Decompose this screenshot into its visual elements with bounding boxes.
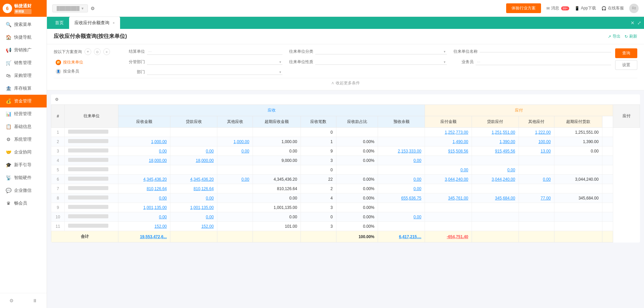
managed-dept-dropdown[interactable]: ▾ <box>279 60 281 64</box>
notification-btn[interactable]: ✉ 消息 99+ <box>546 5 569 11</box>
table-cell <box>602 165 613 175</box>
table-cell[interactable]: 915,508.56 <box>425 146 472 156</box>
table-cell[interactable]: 0.00 <box>378 212 425 222</box>
table-cell[interactable]: 0.00 <box>170 146 217 156</box>
tab-ar-query[interactable]: 应收应付余额查询 × <box>69 17 120 29</box>
table-cell[interactable]: 0.00 <box>118 146 170 156</box>
table-cell: 101.00 <box>253 222 301 231</box>
table-cell[interactable]: 3,044,240.00 <box>472 175 519 184</box>
table-cell[interactable]: 1,000.00 <box>118 137 170 146</box>
refresh-button[interactable]: ↻ 刷新 <box>625 34 637 39</box>
query-button[interactable]: 查询 <box>615 48 637 58</box>
query-scheme-edit-btn[interactable]: ⊙ <box>94 48 101 55</box>
sidebar-item-enterprise[interactable]: 🤝 企业协同 <box>0 146 47 159</box>
sidebar-item-inventory[interactable]: 🏦 库存核算 <box>0 82 47 95</box>
table-cell[interactable]: 1,251,551.00 <box>472 128 519 137</box>
sidebar-settings-btn[interactable]: ⚙ <box>7 297 16 305</box>
sidebar-item-guide[interactable]: 🎓 新手引导 <box>0 159 47 171</box>
table-cell[interactable]: 0.00 <box>378 175 425 184</box>
table-cell[interactable]: 3,044,240.00 <box>425 175 472 184</box>
table-section: ⚙ # 往来单位 应收 应付 应付 <box>51 94 640 243</box>
table-cell[interactable]: 77.00 <box>519 193 554 203</box>
topbar-left: ████████ ▾ ⚙ <box>52 4 502 12</box>
sidebar-item-basic-info[interactable]: 📋 基础信息 <box>0 120 47 133</box>
sidebar-item-wechat[interactable]: 💬 企业微信 <box>0 184 47 197</box>
sidebar-item-marketing[interactable]: 📢 营销推广 <box>0 44 47 56</box>
app-download-btn[interactable]: 📱 App下载 <box>575 5 596 11</box>
sidebar-item-operations[interactable]: 📊 经营管理 <box>0 107 47 120</box>
user-avatar[interactable]: Rit <box>629 4 639 13</box>
table-cell: 7 <box>51 184 65 193</box>
table-cell: 5 <box>51 165 65 175</box>
partner-nature-dropdown[interactable]: ▾ <box>444 60 445 64</box>
table-cell[interactable]: 0.00 <box>118 212 170 222</box>
table-cell[interactable]: 810,126.64 <box>118 184 170 193</box>
collapse-btn[interactable]: ∧ 收起更多条件 <box>331 81 360 85</box>
tab-expand-btn[interactable]: ⤢ <box>637 20 641 26</box>
topbar-settings-icon[interactable]: ⚙ <box>91 6 95 11</box>
table-cell[interactable]: 0.00 <box>170 193 217 203</box>
table-cell[interactable]: 810,126.64 <box>170 184 217 193</box>
table-row: 21,000.001,000.001,000.0010.00%1,490.001… <box>51 137 640 146</box>
industry-plan-button[interactable]: 体验行业方案 <box>506 3 541 13</box>
table-cell[interactable]: 100.00 <box>519 137 554 146</box>
table-cell[interactable]: 4,345,436.20 <box>170 175 217 184</box>
table-cell[interactable]: 1,001,135.00 <box>118 203 170 212</box>
refresh-label: 刷新 <box>629 34 637 39</box>
table-cell: 0.00% <box>336 184 378 193</box>
sidebar-item-quick-nav[interactable]: 🏠 快捷导航 <box>0 31 47 44</box>
sidebar-item-sales[interactable]: 🛒 销售管理 <box>0 56 47 69</box>
table-cell[interactable]: 0.00 <box>118 193 170 203</box>
table-cell[interactable]: 1,000.00 <box>217 137 253 146</box>
table-cell[interactable]: 1,222.00 <box>519 128 554 137</box>
table-cell[interactable]: 915,495.56 <box>472 146 519 156</box>
table-cell[interactable]: 4,345,436.20 <box>118 175 170 184</box>
table-cell[interactable]: 1,252,773.00 <box>425 128 472 137</box>
table-cell[interactable]: 345,684.00 <box>472 193 519 203</box>
query-method-by-unit[interactable]: 🔁 按往来单位 <box>54 58 121 66</box>
table-cell[interactable]: 0.00 <box>217 175 253 184</box>
breadcrumb-dropdown[interactable]: ▾ <box>82 6 84 11</box>
sidebar-item-system[interactable]: ⚙ 系统管理 <box>0 133 47 146</box>
page-content: 应收应付余额查询(按往来单位) ↗ 导出 ↻ 刷新 <box>47 29 644 308</box>
sidebar-item-purchase[interactable]: 🛍 采购管理 <box>0 69 47 82</box>
table-cell[interactable]: 1,001,135.00 <box>170 203 217 212</box>
sidebar-collapse-btn[interactable]: ⏸ <box>30 297 40 305</box>
dept-dropdown[interactable]: ▾ <box>279 70 281 74</box>
table-gear-icon[interactable]: ⚙ <box>55 97 59 102</box>
tab-close-all-btn[interactable]: ✕ <box>631 20 635 26</box>
table-cell[interactable]: 18,000.00 <box>118 156 170 165</box>
table-cell[interactable]: 0.00 <box>472 165 519 175</box>
table-cell[interactable]: 13.00 <box>519 146 554 156</box>
table-cell[interactable]: 1,390.00 <box>472 137 519 146</box>
table-cell[interactable]: 152.00 <box>118 222 170 231</box>
query-scheme-collapse-btn[interactable]: « <box>103 48 110 55</box>
table-cell[interactable]: 0.00 <box>170 212 217 222</box>
table-cell[interactable]: 0.00 <box>378 184 425 193</box>
query-add-scheme-btn[interactable]: + <box>85 48 91 55</box>
online-service-btn[interactable]: 🎧 在线客服 <box>601 5 624 11</box>
sidebar-item-finance[interactable]: 💰 资金管理 <box>0 95 47 107</box>
sidebar-item-member[interactable]: ♛ 畅会员 <box>0 197 47 210</box>
table-cell[interactable]: 0.00 <box>425 165 472 175</box>
table-cell[interactable]: 18,000.00 <box>170 156 217 165</box>
table-cell[interactable]: 345,761.00 <box>425 193 472 203</box>
export-button[interactable]: ↗ 导出 <box>608 34 621 39</box>
table-cell[interactable]: 2,153,333.00 <box>378 146 425 156</box>
table-cell[interactable]: 1,490.00 <box>425 137 472 146</box>
partner-category-dropdown[interactable]: ▾ <box>444 50 445 53</box>
table-cell[interactable]: 0.00 <box>217 146 253 156</box>
tab-close-btn[interactable]: × <box>113 21 115 25</box>
sidebar-label-quick-nav: 快捷导航 <box>14 34 32 40</box>
settings-button[interactable]: 设置 <box>615 60 637 70</box>
table-cell[interactable]: 0.00 <box>519 175 554 184</box>
table-cell[interactable]: 0.00 <box>378 156 425 165</box>
tab-home[interactable]: 首页 <box>50 17 69 29</box>
sidebar-item-search[interactable]: 🔍 搜索菜单 <box>0 18 47 31</box>
table-cell[interactable]: 152.00 <box>170 222 217 231</box>
table-cell: 0 <box>301 165 336 175</box>
sidebar-item-hardware[interactable]: 📡 智能硬件 <box>0 171 47 184</box>
sidebar-label-operations: 经营管理 <box>14 111 32 117</box>
query-method-by-staff[interactable]: 👤 按业务员 <box>54 68 121 75</box>
table-cell[interactable]: 655,636.75 <box>378 193 425 203</box>
